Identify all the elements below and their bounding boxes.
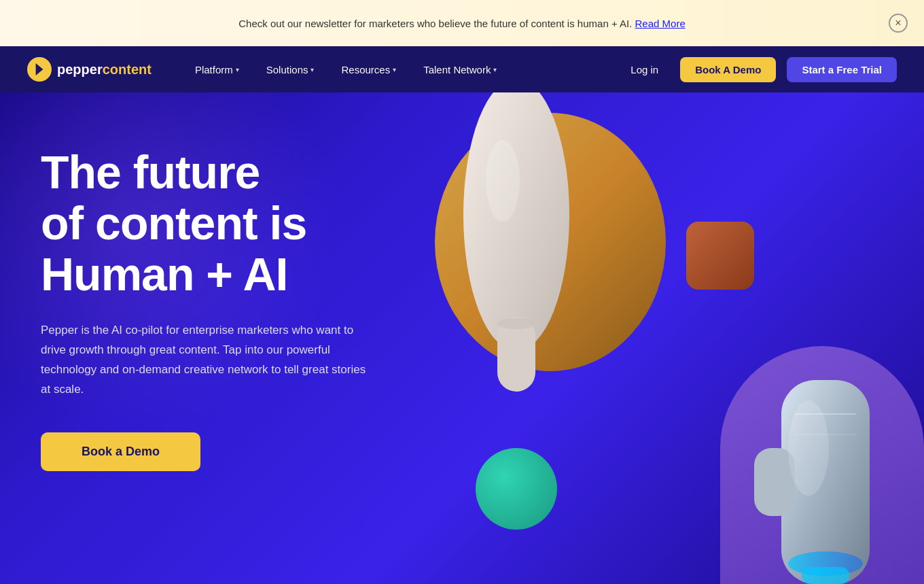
hero-description: Pepper is the AI co-pilot for enterprise…	[41, 321, 367, 400]
teal-circle-decoration	[476, 448, 557, 530]
nav-item-talent-network-label: Talent Network	[423, 64, 491, 75]
hero-title: The future of content is Human + AI	[41, 147, 367, 299]
svg-point-4	[486, 140, 520, 222]
nav-links: Platform ▾ Solutions ▾ Resources ▾ Talen…	[184, 58, 620, 81]
svg-point-1	[463, 92, 569, 351]
robot-hand-illustration	[741, 326, 910, 584]
hero-title-line1: The future	[41, 146, 260, 198]
hero-visuals	[394, 92, 924, 584]
chevron-down-icon: ▾	[493, 66, 497, 73]
navbar: peppercontent Platform ▾ Solutions ▾ Res…	[0, 46, 924, 92]
banner-close-button[interactable]: ×	[889, 14, 908, 33]
book-a-demo-nav-button[interactable]: Book A Demo	[680, 57, 776, 82]
nav-item-solutions-label: Solutions	[266, 64, 308, 75]
banner-read-more-link[interactable]: Read More	[635, 18, 686, 29]
close-icon: ×	[895, 17, 901, 29]
logo[interactable]: peppercontent	[27, 57, 152, 82]
svg-point-3	[497, 318, 535, 329]
banner-text: Check out our newsletter for marketers w…	[238, 18, 685, 29]
chevron-down-icon: ▾	[236, 66, 239, 73]
chevron-down-icon: ▾	[310, 66, 314, 73]
hero-content: The future of content is Human + AI Pepp…	[0, 92, 408, 512]
nav-item-resources[interactable]: Resources ▾	[330, 58, 407, 81]
hand-svg	[448, 92, 584, 392]
robot-hand-svg	[741, 326, 910, 584]
white-hand-illustration	[448, 92, 584, 392]
chevron-down-icon: ▾	[393, 66, 396, 73]
announcement-banner: Check out our newsletter for marketers w…	[0, 0, 924, 46]
nav-item-platform-label: Platform	[195, 64, 233, 75]
book-demo-cta-button[interactable]: Book a Demo	[41, 432, 200, 471]
brown-square-decoration	[686, 222, 754, 290]
hero-title-line3: Human + AI	[41, 248, 287, 300]
nav-actions: Log in Book A Demo Start a Free Trial	[620, 57, 897, 82]
svg-rect-11	[802, 567, 849, 584]
hero-section: The future of content is Human + AI Pepp…	[0, 92, 924, 584]
nav-item-resources-label: Resources	[341, 64, 390, 75]
start-free-trial-button[interactable]: Start a Free Trial	[787, 57, 897, 82]
nav-item-solutions[interactable]: Solutions ▾	[255, 58, 325, 81]
login-button[interactable]: Log in	[620, 58, 669, 81]
banner-message: Check out our newsletter for marketers w…	[238, 18, 632, 29]
nav-item-talent-network[interactable]: Talent Network ▾	[412, 58, 508, 81]
nav-item-platform[interactable]: Platform ▾	[184, 58, 250, 81]
svg-point-10	[788, 400, 829, 496]
hero-title-line2: of content is	[41, 197, 306, 249]
logo-wordmark: peppercontent	[57, 62, 152, 78]
logo-icon	[27, 57, 52, 82]
